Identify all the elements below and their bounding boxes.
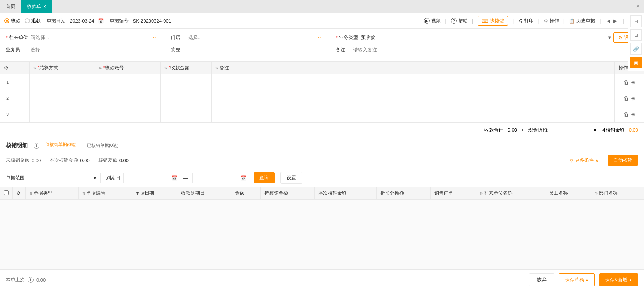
right-panel-btn-2[interactable]: ⊡ bbox=[630, 29, 642, 41]
th-department: ⇅ 部门名称 bbox=[591, 187, 644, 200]
diff-value: 0.00 bbox=[119, 158, 129, 163]
tab-home[interactable]: 首页 bbox=[0, 0, 21, 13]
shortcut-btn[interactable]: ⌨ 快捷键 bbox=[478, 16, 508, 26]
counterpart-dots[interactable]: ··· bbox=[148, 34, 159, 41]
th-amount-label: 收款金额 bbox=[170, 65, 189, 70]
operation-label: 操作 bbox=[550, 17, 559, 24]
cumulative-info-icon[interactable]: ℹ bbox=[28, 277, 34, 283]
more-conditions-btn[interactable]: ▽ 更多条件 ∧ bbox=[570, 157, 599, 164]
cell-remark-2[interactable] bbox=[212, 90, 615, 106]
th-gear[interactable]: ⚙ bbox=[0, 62, 15, 74]
video-btn[interactable]: ▶ 视频 bbox=[424, 17, 441, 24]
sort-icon-3: ⇅ bbox=[164, 66, 167, 70]
minimize-btn[interactable]: — bbox=[621, 3, 627, 10]
tab-receipt[interactable]: 收款单 × bbox=[21, 0, 52, 13]
date-separator: — bbox=[182, 175, 189, 181]
row-num-3: 3 bbox=[0, 106, 15, 122]
th-checkbox[interactable] bbox=[0, 187, 13, 200]
tab-receipt-label: 收款单 bbox=[27, 3, 41, 10]
equals-sign: = bbox=[594, 127, 597, 133]
radio-tuiKuan[interactable]: 退款 bbox=[25, 17, 41, 24]
cell-amount-1[interactable] bbox=[161, 74, 212, 90]
uncancelled-stat: 未核销金额 0.00 bbox=[6, 157, 41, 164]
right-panel-btn-3[interactable]: 🔗 bbox=[630, 43, 642, 55]
operation-btn[interactable]: ⚙ 操作 bbox=[544, 17, 559, 24]
verifiable-label: 可核销金额 bbox=[601, 127, 625, 133]
help-btn[interactable]: ? 帮助 bbox=[451, 17, 468, 24]
date-label: 单据日期 bbox=[47, 17, 66, 24]
cell-amount-3[interactable] bbox=[161, 106, 212, 122]
nav-next-icon[interactable]: ▶ bbox=[612, 17, 619, 24]
pending-tab[interactable]: 待核销单据(0笔) bbox=[45, 142, 77, 149]
completed-tab[interactable]: 已核销单据(0笔) bbox=[87, 142, 119, 149]
th-gear-bottom[interactable]: ⚙ bbox=[13, 187, 26, 200]
cal-from-icon[interactable]: 📅 bbox=[170, 175, 179, 181]
cell-account-1[interactable] bbox=[95, 74, 161, 90]
bottom-action-bar: 本单上次 ℹ 0.00 放弃 保存草稿 ▲ 保存&新增 ▲ bbox=[0, 269, 644, 290]
date-to-input[interactable]: 2022-04-12 bbox=[192, 173, 236, 183]
summary-input[interactable] bbox=[185, 46, 324, 54]
query-btn[interactable]: 查询 bbox=[254, 172, 275, 183]
tab-home-label: 首页 bbox=[6, 3, 15, 10]
copy-icon-1[interactable]: ⊕ bbox=[631, 79, 635, 85]
cell-settle-1[interactable] bbox=[30, 74, 95, 90]
right-panel-btn-4[interactable]: ▣ bbox=[630, 57, 642, 68]
table-setting-btn[interactable]: 设置 bbox=[280, 172, 302, 184]
cell-remark-3[interactable] bbox=[212, 106, 615, 122]
counterpart-input[interactable] bbox=[28, 33, 148, 42]
delete-icon-2[interactable]: 🗑 bbox=[624, 95, 629, 101]
right-panel-btn-1[interactable]: ⊟ bbox=[630, 15, 642, 27]
salesperson-dots[interactable]: ··· bbox=[148, 47, 159, 53]
form-row-2: 业务员 ··· 摘要 备注 bbox=[6, 46, 638, 54]
scope-select[interactable]: ▼ bbox=[28, 173, 101, 183]
remark-input[interactable] bbox=[350, 46, 638, 54]
business-dropdown-icon[interactable]: ▼ bbox=[606, 35, 613, 40]
calendar-icon[interactable]: 📅 bbox=[98, 18, 104, 24]
select-all-checkbox[interactable] bbox=[4, 190, 9, 195]
cell-amount-2[interactable] bbox=[161, 90, 212, 106]
delete-icon-1[interactable]: 🗑 bbox=[624, 79, 629, 85]
maximize-btn[interactable]: □ bbox=[630, 3, 633, 10]
th-account-label: 收款账号 bbox=[105, 65, 124, 70]
filter-bar: 单据范围 ▼ 到期日 2022-04-01 📅 — 2022-04-12 📅 查… bbox=[0, 169, 644, 187]
radio-dot-shouKuan bbox=[4, 18, 9, 23]
cell-account-3[interactable] bbox=[95, 106, 161, 122]
th-remark-label: 备注 bbox=[220, 65, 229, 70]
bottom-table: ⚙ ⇅ 单据类型 ⇅ 单据编号 单据日期 收款到期日 bbox=[0, 187, 644, 200]
number-value[interactable]: SK-20230324-001 bbox=[133, 18, 172, 24]
delete-icon-3[interactable]: 🗑 bbox=[624, 111, 629, 117]
print-btn[interactable]: 🖨 打印 bbox=[518, 17, 534, 24]
history-icon: 📋 bbox=[569, 18, 575, 24]
th-amount: ⇅ *收款金额 bbox=[161, 62, 212, 74]
salesperson-input[interactable] bbox=[28, 46, 148, 54]
print-label: 打印 bbox=[524, 17, 534, 24]
nav-prev-icon[interactable]: ◀ bbox=[605, 17, 612, 24]
store-dots[interactable]: ··· bbox=[313, 34, 324, 41]
video-icon: ▶ bbox=[424, 18, 430, 24]
tab-bar: 首页 收款单 × — □ × bbox=[0, 0, 644, 13]
info-icon[interactable]: ℹ bbox=[34, 143, 39, 149]
history-btn[interactable]: 📋 历史单据 bbox=[569, 17, 595, 24]
store-input[interactable] bbox=[185, 33, 313, 42]
date-value[interactable]: 2023-03-24 bbox=[70, 18, 94, 24]
cell-remark-1[interactable] bbox=[212, 74, 615, 90]
operation-icon: ⚙ bbox=[544, 18, 548, 24]
cell-account-2[interactable] bbox=[95, 90, 161, 106]
date-from-input[interactable]: 2022-04-01 bbox=[123, 173, 167, 183]
auto-verify-btn[interactable]: 自动核销 bbox=[608, 155, 638, 166]
radio-shouKuan[interactable]: 收款 bbox=[4, 17, 20, 24]
save-new-btn[interactable]: 保存&新增 ▲ bbox=[599, 273, 638, 286]
save-draft-btn[interactable]: 保存草稿 ▲ bbox=[559, 273, 595, 286]
cell-settle-2[interactable] bbox=[30, 90, 95, 106]
close-btn[interactable]: × bbox=[636, 3, 640, 10]
cumulative-value: 0.00 bbox=[36, 277, 46, 283]
copy-icon-2[interactable]: ⊕ bbox=[631, 95, 635, 101]
cal-to-icon[interactable]: 📅 bbox=[239, 175, 248, 181]
help-icon: ? bbox=[451, 18, 457, 24]
tab-close-icon[interactable]: × bbox=[43, 4, 46, 9]
discard-btn[interactable]: 放弃 bbox=[529, 273, 554, 286]
salesperson-label: 业务员 bbox=[6, 47, 28, 53]
discount-input[interactable] bbox=[553, 126, 589, 134]
cell-settle-3[interactable] bbox=[30, 106, 95, 122]
copy-icon-3[interactable]: ⊕ bbox=[631, 111, 635, 117]
